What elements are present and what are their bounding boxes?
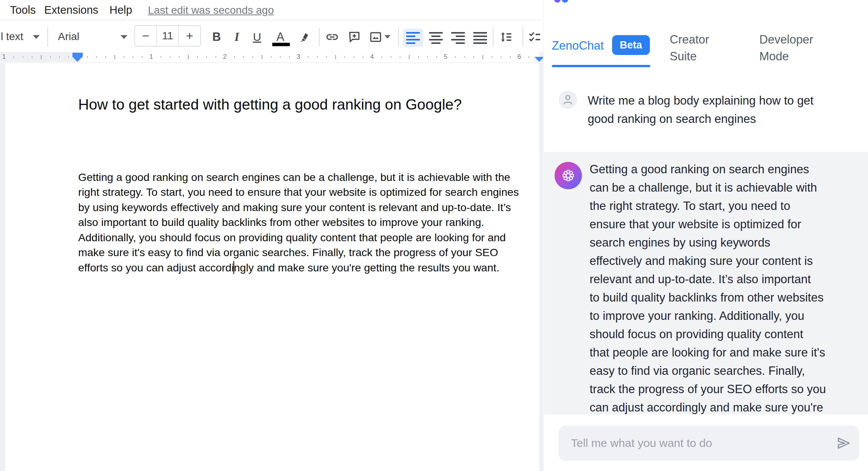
user-message: Write me a blog body explaining how to g…	[588, 92, 813, 128]
ruler[interactable]: 1123456	[0, 52, 543, 63]
ai-response-text: Getting a good ranking on search engines…	[590, 160, 826, 415]
comment-plus-icon	[347, 30, 361, 44]
font-size-control: − 11 +	[134, 25, 201, 47]
beta-badge: Beta	[612, 35, 650, 55]
document-text-line[interactable]: Getting a good ranking on search engines…	[78, 170, 519, 185]
increase-font-size-button[interactable]: +	[178, 26, 200, 46]
ai-response-line: to improve your ranking. Additionally, y…	[590, 307, 826, 325]
user-message-line: Write me a blog body explaining how to g…	[588, 92, 813, 110]
ai-response-line: that people are looking for and make sur…	[590, 344, 826, 362]
ai-response-line: easy to find via organic searches. Final…	[590, 362, 826, 380]
paragraph-style-select[interactable]: l text	[1, 31, 23, 43]
align-right-button[interactable]	[448, 29, 468, 47]
active-tab-underline	[552, 65, 650, 67]
document-text-line[interactable]: Additionally, you should focus on provid…	[78, 230, 519, 245]
tab-creator-suite[interactable]: Creator Suite	[670, 31, 731, 65]
document-canvas-gutter	[539, 63, 543, 471]
ai-response-line: can adjust accordingly and make sure you…	[590, 398, 826, 415]
decrease-font-size-button[interactable]: −	[135, 26, 157, 46]
person-icon	[561, 93, 574, 106]
ai-response-line: effectively and making sure your content…	[590, 252, 826, 270]
highlighter-icon	[298, 31, 311, 44]
menu-separator	[0, 20, 543, 20]
document-body[interactable]: Getting a good ranking on search engines…	[78, 124, 519, 275]
align-justify-icon	[473, 32, 487, 44]
tab-developer-mode[interactable]: Developer Mode	[759, 31, 828, 65]
highlight-color-button[interactable]	[296, 28, 313, 46]
brain-logo-icon	[560, 167, 577, 184]
document-text-line[interactable]: also important to build quality backlink…	[78, 215, 519, 230]
checklist-button[interactable]	[526, 28, 544, 46]
font-family-select[interactable]: Arial	[58, 31, 79, 43]
ai-response-line: to build quality backlinks from other we…	[590, 289, 826, 307]
menu-tools[interactable]: Tools	[10, 4, 36, 16]
tab-zenochat[interactable]: ZenoChat	[552, 37, 604, 54]
text-before-caret: efforts so you can adjust accordi	[78, 261, 234, 274]
toolbar-divider	[319, 27, 320, 47]
document-canvas-gutter	[0, 63, 5, 471]
zenochat-avatar	[555, 162, 582, 189]
add-comment-button[interactable]	[346, 28, 363, 46]
app-window: Tools Extensions Help Last edit was seco…	[0, 0, 868, 471]
insert-link-button[interactable]	[323, 28, 341, 46]
send-icon	[835, 435, 852, 452]
chevron-down-icon[interactable]	[121, 35, 127, 39]
user-message-line: good ranking on search engines	[588, 110, 813, 128]
align-left-button[interactable]	[403, 29, 423, 47]
bold-button[interactable]: B	[208, 28, 225, 46]
last-edit-status[interactable]: Last edit was seconds ago	[148, 4, 274, 16]
document-text-line[interactable]: efforts so you can adjust accordingly an…	[78, 260, 519, 276]
checklist-icon	[528, 30, 542, 44]
document-text-line[interactable]: right strategy. To start, you need to en…	[78, 185, 519, 200]
ai-response-block: Getting a good ranking on search engines…	[544, 152, 868, 415]
document-title[interactable]: How to get started with getting a good r…	[78, 96, 462, 113]
text-color-swatch	[272, 43, 290, 46]
chevron-down-icon[interactable]	[384, 35, 391, 39]
ai-response-line: Getting a good ranking on search engines	[590, 160, 826, 179]
chevron-down-icon[interactable]	[33, 35, 40, 39]
left-indent-marker[interactable]	[72, 57, 82, 62]
align-right-icon	[451, 32, 465, 44]
font-size-value[interactable]: 11	[157, 26, 178, 46]
zenochat-panel: ZenoChat Beta Creator Suite Developer Mo…	[543, 0, 868, 471]
logo-dot-blue-icon	[562, 0, 568, 3]
document-text-line[interactable]: by using keywords effectively and making…	[78, 200, 519, 215]
ruler-left-margin	[0, 52, 77, 62]
toolbar-divider	[522, 27, 523, 47]
underline-button[interactable]: U	[248, 28, 266, 46]
ai-response-line: ensure that your website is optimized fo…	[590, 215, 826, 234]
italic-button[interactable]: I	[228, 28, 246, 46]
user-avatar	[559, 90, 577, 109]
align-justify-button[interactable]	[470, 29, 490, 47]
chat-input[interactable]	[559, 426, 859, 461]
ai-response-line: the right strategy. To start, you need t…	[590, 197, 826, 215]
align-left-icon	[406, 32, 420, 44]
ai-response-line: can be a challenge, but it is achievable…	[590, 179, 826, 197]
ai-response-line: relevant and up-to-date. It’s also impor…	[590, 270, 826, 289]
align-center-button[interactable]	[426, 29, 446, 47]
send-button[interactable]	[834, 434, 853, 453]
ai-response-line: track the progress of your SEO efforts s…	[590, 380, 826, 398]
insert-image-button[interactable]	[367, 28, 384, 46]
toolbar-divider	[493, 27, 493, 47]
line-spacing-icon	[499, 30, 513, 44]
ai-response-line: search engines by using keywords	[590, 234, 826, 252]
first-line-indent-marker[interactable]	[72, 53, 83, 57]
logo-dot-purple-icon	[554, 0, 561, 3]
image-icon	[369, 30, 383, 44]
align-center-icon	[429, 32, 443, 44]
menu-help[interactable]: Help	[109, 4, 132, 16]
document-text-line[interactable]: make sure it's easy to find via organic …	[78, 245, 519, 260]
toolbar-divider	[398, 27, 399, 47]
toolbar-divider	[47, 27, 48, 47]
text-after-caret: ngly and make sure you're getting the re…	[234, 261, 499, 274]
line-spacing-button[interactable]	[497, 28, 515, 46]
link-icon	[325, 30, 339, 44]
menu-extensions[interactable]: Extensions	[44, 4, 98, 16]
ai-response-line: should focus on providing quality conten…	[590, 325, 826, 344]
